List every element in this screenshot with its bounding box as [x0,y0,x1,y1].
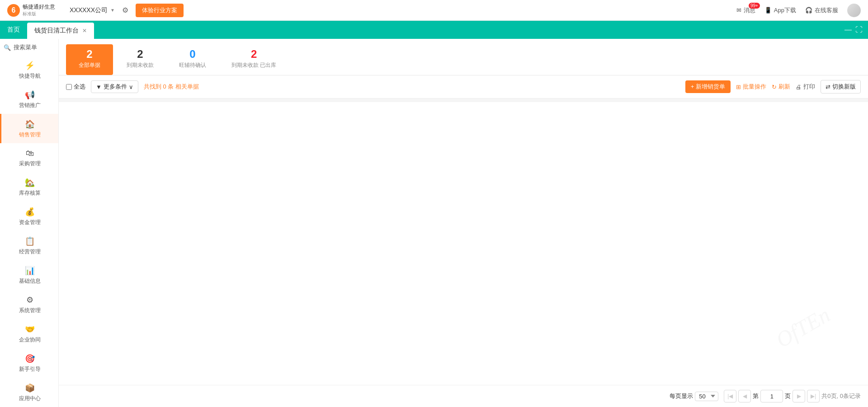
page-input[interactable] [760,390,783,402]
sidebar-item-operation[interactable]: 📋 经营管理 [0,231,58,260]
sidebar-item-finance[interactable]: 💰 资金管理 [0,201,58,231]
select-all-input[interactable] [66,84,72,90]
tab-cashflow[interactable]: 钱货日清工作台 ✕ [27,23,94,39]
appstore-icon: 📦 [25,383,35,393]
logo-text: 畅捷通好生意 标准版 [23,4,55,17]
messages-button[interactable]: ✉ 消息 99+ [736,6,755,14]
refresh-button[interactable]: ↻ 刷新 [772,83,790,91]
online-service-button[interactable]: 🎧 在线客服 [805,6,838,14]
prev-page-button[interactable]: ◀ [738,390,751,402]
sidebar-item-label: 库存核算 [19,189,41,197]
table-area: OfTEn [59,102,868,385]
batch-icon: ⊞ [736,84,741,90]
page-size-dropdown[interactable]: 50 100 200 [695,392,718,401]
sidebar-item-label: 采购管理 [19,160,41,168]
refresh-label: 刷新 [778,83,790,91]
guide-icon: 🎯 [25,354,35,364]
tab-cashflow-label: 钱货日清工作台 [34,27,79,35]
new-order-button[interactable]: + 新增销货单 [685,80,731,93]
app-download-label: App下载 [774,6,796,14]
first-page-button[interactable]: |◀ [724,390,736,402]
tab-minimize-icon[interactable]: — [844,26,852,34]
purchase-icon: 🛍 [26,149,34,158]
filter-label: 更多条件 [104,83,127,91]
sidebar-item-label: 企业协同 [19,336,41,344]
stats-row: 2 全部单据 2 到期未收款 0 旺辅待确认 2 到期未收款 已出库 [59,39,868,75]
trial-button[interactable]: 体验行业方案 [136,4,184,17]
total-count: 共0页, 0条记录 [821,392,861,400]
select-all-label: 全选 [74,83,85,91]
main-layout: 🔍 搜索菜单 ⚡ 快捷导航 📢 营销推广 🏠 销售管理 🛍 采购管理 🏡 库存核… [0,39,868,407]
header-right-area: ✉ 消息 99+ 📱 App下载 🎧 在线客服 [736,4,861,17]
sidebar-item-label: 资金管理 [19,219,41,226]
app-download-button[interactable]: 📱 App下载 [764,6,796,14]
stat-overdue-out[interactable]: 2 到期未收款 已出库 [219,44,289,75]
filter-chevron-icon: ∨ [129,84,133,90]
page-label: 第 [753,392,759,400]
tab-bar-actions: — ⛶ [844,21,868,39]
inventory-icon: 🏡 [25,178,35,187]
sidebar-item-inventory[interactable]: 🏡 库存核算 [0,172,58,201]
found-suffix: 相关单据 [175,83,199,90]
toolbar-left: 全选 ▼ 更多条件 ∨ 共找到 0 条 相关单据 [66,80,680,93]
tab-expand-icon[interactable]: ⛶ [855,26,863,34]
found-prefix: 共找到 [144,83,161,90]
pagination: |◀ ◀ 第 页 ▶ ▶| 共0页, 0条记录 [724,390,861,402]
found-text: 共找到 0 条 相关单据 [144,83,199,91]
sidebar-item-marketing[interactable]: 📢 营销推广 [0,84,58,114]
company-selector[interactable]: XXXXXX公司 ▼ [66,5,118,16]
stat-overdue-out-label: 到期未收款 已出库 [231,61,276,69]
stat-overdue[interactable]: 2 到期未收款 [114,44,166,75]
sidebar-item-purchase[interactable]: 🛍 采购管理 [0,143,58,172]
print-label: 打印 [803,83,815,91]
found-count: 0 [163,83,166,90]
batch-ops-button[interactable]: ⊞ 批量操作 [736,83,766,91]
avatar-image [847,4,861,17]
sidebar-item-guide[interactable]: 🎯 新手引导 [0,348,58,378]
cooperation-icon: 🤝 [25,324,35,334]
sidebar-search[interactable]: 🔍 搜索菜单 [0,39,58,55]
app-header: 6 畅捷通好生意 标准版 XXXXXX公司 ▼ ⚙ 体验行业方案 ✉ 消息 99… [0,0,868,21]
avatar[interactable] [847,4,861,17]
footer: 每页显示 50 100 200 |◀ ◀ 第 页 ▶ ▶| 共0页, 0条记录 [59,385,868,407]
page-size-select: 每页显示 50 100 200 [670,392,718,401]
settings-button[interactable]: ⚙ [118,4,132,17]
sidebar-item-label: 快捷导航 [19,72,41,80]
app-icon: 📱 [764,7,772,14]
sidebar-item-system[interactable]: ⚙ 系统管理 [0,290,58,319]
sidebar-item-label: 营销推广 [19,102,41,109]
sales-icon: 🏠 [25,119,35,129]
sidebar-item-appstore[interactable]: 📦 应用中心 [0,378,58,407]
sidebar-item-basic[interactable]: 📊 基础信息 [0,260,58,290]
last-page-button[interactable]: ▶| [807,390,820,402]
chevron-down-icon: ▼ [110,8,115,13]
content-area: 2 全部单据 2 到期未收款 0 旺辅待确认 2 到期未收款 已出库 全选 [59,39,868,407]
stat-all-num: 2 [86,48,92,61]
sidebar-item-label: 新手引导 [19,365,41,373]
print-button[interactable]: 🖨 打印 [796,83,815,91]
tab-home-label: 首页 [7,26,20,34]
stat-overdue-out-num: 2 [251,48,257,61]
stat-all[interactable]: 2 全部单据 [66,44,113,75]
tab-bar: 首页 钱货日清工作台 ✕ — ⛶ [0,21,868,39]
watermark: OfTEn [772,302,834,353]
stat-overdue-num: 2 [137,48,143,61]
next-page-button[interactable]: ▶ [793,390,805,402]
page-size-label: 每页显示 [670,392,693,400]
sidebar-item-label: 系统管理 [19,307,41,314]
search-label: 搜索菜单 [14,43,37,51]
toolbar: 全选 ▼ 更多条件 ∨ 共找到 0 条 相关单据 + 新增销货单 ⊞ [59,75,868,98]
online-service-label: 在线客服 [815,6,838,14]
sidebar-item-quick-nav[interactable]: ⚡ 快捷导航 [0,55,58,84]
company-name: XXXXXX公司 [70,6,108,14]
tab-close-icon[interactable]: ✕ [82,28,87,34]
select-all-checkbox[interactable]: 全选 [66,83,85,91]
switch-version-button[interactable]: ⇄ 切换新版 [821,80,861,94]
sidebar: 🔍 搜索菜单 ⚡ 快捷导航 📢 营销推广 🏠 销售管理 🛍 采购管理 🏡 库存核… [0,39,59,407]
sidebar-item-sales[interactable]: 🏠 销售管理 [0,114,58,143]
stat-pending[interactable]: 0 旺辅待确认 [166,44,219,75]
message-badge: 99+ [749,3,760,9]
sidebar-item-cooperation[interactable]: 🤝 企业协同 [0,319,58,348]
filter-button[interactable]: ▼ 更多条件 ∨ [91,80,138,93]
tab-home[interactable]: 首页 [0,21,27,39]
